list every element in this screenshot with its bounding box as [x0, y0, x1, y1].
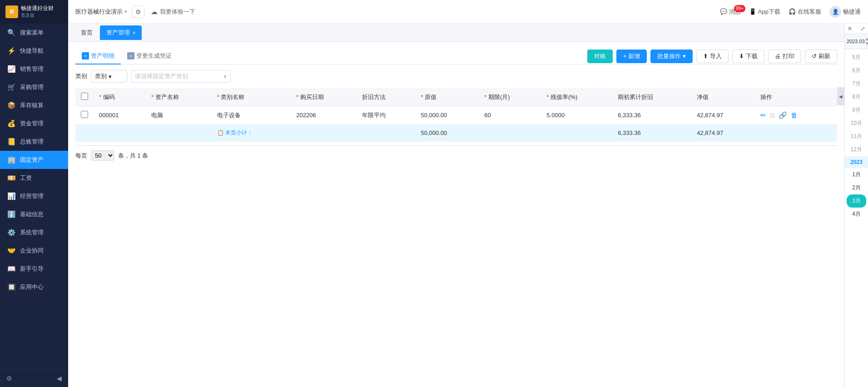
import-button[interactable]: ⬆ 导入	[696, 50, 729, 63]
copy-icon-0[interactable]: ⧉	[770, 111, 775, 119]
headset-icon: 🎧	[789, 8, 796, 15]
logo-title: 畅捷通好业财	[21, 5, 54, 12]
asset-detail-label: 资产明细	[91, 52, 114, 60]
panel-fullscreen-button[interactable]: ⤢	[861, 25, 865, 32]
batch-button[interactable]: 批量操作 ▾	[650, 50, 693, 63]
app-download-button[interactable]: 📱 App下载	[749, 8, 780, 16]
sidebar-label-general_ledger: 总账管理	[20, 138, 44, 146]
panel-close-button[interactable]: ✕	[848, 25, 852, 32]
sidebar-item-fixed_assets[interactable]: 🏢 固定资产	[0, 151, 68, 169]
sidebar-item-enterprise[interactable]: 🤝 企业协同	[0, 242, 68, 260]
company-name: 医疗器械行业演示	[75, 8, 123, 16]
month-item-9[interactable]: 1月	[845, 168, 868, 181]
category-select-value[interactable]: 请选择固定资产类别 ▾	[131, 70, 231, 83]
total-text: 条，共 1 条	[118, 152, 148, 160]
delete-icon-0[interactable]: 🗑	[791, 111, 798, 119]
refresh-icon: ↺	[812, 53, 817, 60]
online-service-button[interactable]: 🎧 在线客服	[789, 8, 821, 16]
subtotal-net-value: 42,874.97	[691, 124, 755, 142]
month-item-11[interactable]: 3月	[847, 194, 866, 208]
sub-tab-change-voucher[interactable]: ≡ 变更生成凭证	[121, 48, 178, 64]
edit-icon-0[interactable]: ✏	[760, 111, 766, 119]
settings-button[interactable]: ⚙	[132, 5, 144, 18]
reconcile-label: 对账	[594, 52, 606, 60]
sidebar-item-basic_info[interactable]: ℹ️ 基础信息	[0, 205, 68, 223]
user-menu[interactable]: 👤 畅捷通	[829, 6, 861, 18]
sidebar-item-operations[interactable]: 📊 经营管理	[0, 187, 68, 205]
cell-code-0: 000001	[94, 106, 146, 124]
sidebar-label-inventory: 库存核算	[20, 101, 44, 109]
avatar: 👤	[829, 6, 841, 18]
download-label: 下载	[746, 52, 758, 60]
sidebar-item-funds[interactable]: 💰 资金管理	[0, 114, 68, 133]
sidebar: 财 畅捷通好业财 普及版 🔍 搜索菜单 ⚡ 快捷导航 📈 销售管理 🛒 采购管理…	[0, 0, 68, 387]
sidebar-item-system[interactable]: ⚙️ 系统管理	[0, 223, 68, 242]
category-select-type-label: 类别	[95, 72, 107, 80]
batch-chevron-icon: ▾	[683, 53, 686, 60]
sidebar-label-operations: 经营管理	[20, 192, 44, 200]
month-item-1[interactable]: 6月	[845, 64, 868, 77]
print-button[interactable]: 🖨 打印	[768, 50, 801, 63]
refresh-button[interactable]: ↺ 刷新	[805, 50, 837, 63]
action-buttons: 对账 + 新增 批量操作 ▾ ⬆ 导入	[587, 50, 837, 63]
month-item-6[interactable]: 11月	[845, 130, 868, 143]
sidebar-item-general_ledger[interactable]: 📒 总账管理	[0, 133, 68, 151]
month-item-0[interactable]: 5月	[845, 51, 868, 64]
collapse-icon[interactable]: ◀	[57, 375, 62, 382]
cell-depreciation-method-0: 年限平均	[357, 106, 416, 124]
th-action: 操作	[755, 88, 837, 106]
category-select-type[interactable]: 类别 ▾	[91, 70, 127, 83]
topbar: 医疗器械行业演示 ▾ ⚙ ☁ 我要体验一下 💬 消息 99+ 📱 App下载 🎧…	[68, 0, 868, 24]
message-button[interactable]: 💬 消息 99+	[720, 8, 741, 16]
settings-icon[interactable]: ⚙	[6, 375, 12, 382]
sidebar-logo: 财 畅捷通好业财 普及版	[0, 0, 68, 24]
experience-button[interactable]: ☁ 我要体验一下	[151, 8, 195, 16]
sub-tab-asset-detail[interactable]: ≡ 资产明细	[75, 48, 121, 64]
sidebar-item-search[interactable]: 🔍 搜索菜单	[0, 24, 68, 42]
month-item-7[interactable]: 12月	[845, 143, 868, 156]
year-display: 2023.03	[847, 39, 865, 44]
sidebar-label-search: 搜索菜单	[20, 29, 44, 37]
company-selector[interactable]: 医疗器械行业演示 ▾	[75, 8, 127, 16]
tab-asset-management[interactable]: 资产管理 ×	[100, 25, 142, 40]
sidebar-icon-funds: 💰	[7, 119, 15, 128]
month-item-10[interactable]: 2月	[845, 181, 868, 194]
company-chevron-icon: ▾	[124, 9, 127, 15]
th-name: 资产名称	[146, 88, 212, 106]
sidebar-label-fixed_assets: 固定资产	[20, 156, 44, 164]
cell-name-0: 电脑	[146, 106, 212, 124]
sidebar-item-guide[interactable]: 📖 新手引导	[0, 260, 68, 278]
tab-close-icon[interactable]: ×	[133, 30, 135, 35]
month-item-5[interactable]: 10月	[845, 117, 868, 130]
content-area: 首页 资产管理 × ≡ 资产明细 ≡ 变更生成凭证	[68, 24, 868, 387]
sidebar-item-payroll[interactable]: 💴 工资	[0, 169, 68, 187]
sidebar-label-guide: 新手引导	[20, 265, 44, 273]
month-item-2[interactable]: 7月	[845, 77, 868, 90]
sidebar-item-sales[interactable]: 📈 销售管理	[0, 60, 68, 78]
sidebar-item-inventory[interactable]: 📦 库存核算	[0, 96, 68, 114]
per-page-select[interactable]: 50100200	[91, 150, 114, 161]
select-all-checkbox[interactable]	[81, 93, 88, 100]
download-button[interactable]: ⬇ 下载	[732, 50, 764, 63]
month-item-12[interactable]: 4月	[845, 208, 868, 221]
month-item-4[interactable]: 9月	[845, 104, 868, 117]
months-list: 5月6月7月8月9月10月11月12月20231月2月3月4月	[845, 49, 868, 223]
table-body: 000001 电脑 电子设备 202206 年限平均 50,000.00 60 …	[75, 106, 837, 142]
reconcile-button[interactable]: 对账	[587, 50, 613, 63]
sidebar-item-quick_nav[interactable]: ⚡ 快捷导航	[0, 42, 68, 60]
sidebar-nav: 🔍 搜索菜单 ⚡ 快捷导航 📈 销售管理 🛒 采购管理 📦 库存核算 💰 资金管…	[0, 24, 68, 369]
sidebar-item-purchase[interactable]: 🛒 采购管理	[0, 78, 68, 96]
year-down-icon[interactable]: ▼	[865, 41, 868, 46]
row-checkbox-0[interactable]	[81, 111, 88, 118]
month-item-3[interactable]: 8月	[845, 90, 868, 104]
tab-home[interactable]: 首页	[75, 25, 98, 40]
sidebar-icon-general_ledger: 📒	[7, 138, 15, 146]
sidebar-icon-basic_info: ℹ️	[7, 210, 15, 218]
sidebar-item-app_center[interactable]: 🔲 应用中心	[0, 278, 68, 296]
link-icon-0[interactable]: 🔗	[779, 111, 787, 119]
new-button[interactable]: + 新增	[616, 50, 647, 63]
panel-expand-button[interactable]: ◀	[837, 87, 844, 105]
subtotal-period-depreciation: 6,333.36	[612, 124, 691, 142]
cell-period-0: 60	[479, 106, 541, 124]
cell-residual-rate-0: 5.0000	[541, 106, 612, 124]
